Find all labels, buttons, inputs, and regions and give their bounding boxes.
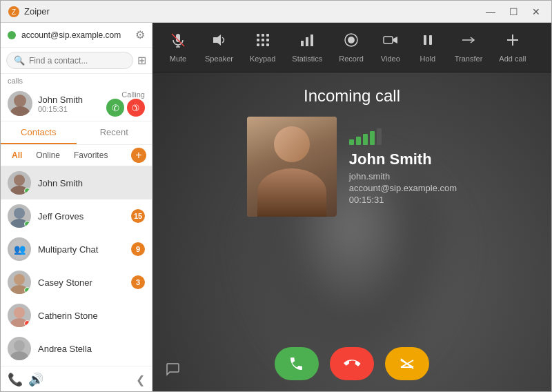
video-icon bbox=[383, 32, 398, 52]
signal-bar-2 bbox=[356, 137, 361, 145]
call-avatar bbox=[8, 91, 32, 116]
signal-bars bbox=[349, 128, 457, 145]
keypad-icon bbox=[255, 32, 270, 52]
svg-rect-41 bbox=[429, 35, 432, 45]
app-title: Zoiper bbox=[24, 6, 482, 17]
search-input[interactable] bbox=[29, 56, 126, 66]
contact-name: Andrea Stella bbox=[38, 344, 145, 354]
contact-avatar-jeff-groves bbox=[8, 204, 31, 228]
maximize-button[interactable]: ☐ bbox=[505, 5, 522, 19]
call-status-text: Calling bbox=[106, 90, 145, 99]
account-name: account@sip.example.com bbox=[21, 30, 135, 40]
svg-rect-28 bbox=[262, 39, 264, 41]
chat-icon-bottom[interactable] bbox=[165, 362, 180, 380]
contact-item-john-smith[interactable]: John Smith bbox=[1, 166, 152, 199]
search-row: 🔍 ⊞ bbox=[1, 48, 152, 74]
mute-button[interactable]: Mute bbox=[159, 27, 197, 68]
video-button[interactable]: Video bbox=[372, 27, 409, 68]
minimize-button[interactable]: — bbox=[482, 5, 500, 19]
svg-point-6 bbox=[14, 208, 25, 219]
contact-item-marco-minneman[interactable]: Marco Minneman bbox=[1, 365, 152, 366]
svg-rect-32 bbox=[266, 43, 269, 46]
contact-name: John Smith bbox=[38, 178, 145, 188]
svg-rect-40 bbox=[424, 35, 426, 45]
contact-item-catherin-stone[interactable]: Catherin Stone bbox=[1, 299, 152, 332]
statistics-icon bbox=[299, 32, 315, 52]
active-call-item[interactable]: John Smith 00:15:31 Calling ✆ ✆ bbox=[1, 86, 152, 121]
settings-icon[interactable]: ⚙ bbox=[135, 28, 145, 41]
accept-call-button[interactable] bbox=[275, 347, 319, 380]
hold-button[interactable]: Hold bbox=[409, 27, 446, 68]
hold-icon bbox=[420, 32, 435, 52]
call-status-area: Calling ✆ ✆ bbox=[106, 90, 145, 117]
mute-icon bbox=[170, 32, 186, 52]
video-label: Video bbox=[381, 55, 400, 63]
contact-avatar-andrea bbox=[8, 337, 31, 360]
svg-rect-33 bbox=[301, 41, 304, 46]
call-time: 00:15:31 bbox=[38, 105, 106, 113]
tab-contacts[interactable]: Contacts bbox=[1, 121, 77, 144]
filter-all[interactable]: All bbox=[6, 148, 28, 162]
speaker-label: Speaker bbox=[205, 55, 233, 63]
svg-point-14 bbox=[14, 340, 25, 351]
svg-point-3 bbox=[10, 106, 30, 116]
contact-avatar-casey-stoner bbox=[8, 271, 31, 294]
caller-photo-inner bbox=[247, 117, 337, 217]
unread-badge: 3 bbox=[131, 275, 145, 289]
phone-icon[interactable]: 📞 bbox=[8, 372, 23, 387]
transfer-button[interactable]: Transfer bbox=[446, 27, 491, 68]
contact-avatar-john-smith bbox=[8, 171, 31, 195]
calls-label: calls bbox=[1, 74, 152, 86]
add-call-icon bbox=[505, 32, 520, 52]
search-icon: 🔍 bbox=[14, 55, 25, 66]
statistics-button[interactable]: Statistics bbox=[284, 27, 331, 68]
contact-item-multiparty-chat[interactable]: 👥 Multiparty Chat 9 bbox=[1, 233, 152, 266]
contact-item-jeff-groves[interactable]: Jeff Groves 15 bbox=[1, 199, 152, 233]
volume-icon[interactable]: 🔊 bbox=[28, 372, 43, 387]
decline-call-button[interactable] bbox=[330, 347, 374, 380]
transfer-label: Transfer bbox=[455, 55, 483, 63]
call-contact-name: John Smith bbox=[38, 95, 106, 105]
svg-rect-31 bbox=[262, 43, 264, 46]
grid-icon[interactable]: ⊞ bbox=[137, 54, 146, 67]
record-button[interactable]: Record bbox=[331, 27, 371, 68]
filter-online[interactable]: Online bbox=[30, 148, 66, 162]
keypad-label: Keypad bbox=[250, 55, 275, 63]
caller-duration: 00:15:31 bbox=[349, 195, 457, 205]
call-actions-bottom bbox=[152, 335, 551, 392]
sidebar: account@sip.example.com ⚙ 🔍 ⊞ calls bbox=[1, 23, 152, 392]
call-decline-button[interactable]: ✆ bbox=[124, 95, 149, 121]
svg-point-10 bbox=[14, 274, 25, 285]
tab-recent[interactable]: Recent bbox=[77, 121, 152, 144]
call-toolbar: Mute Speaker bbox=[152, 23, 551, 72]
add-filter-button[interactable]: + bbox=[131, 148, 146, 163]
close-button[interactable]: ✕ bbox=[528, 5, 544, 19]
svg-point-2 bbox=[14, 95, 26, 107]
collapse-button[interactable]: ❮ bbox=[136, 373, 145, 386]
record-icon bbox=[344, 32, 359, 52]
add-call-button[interactable]: Add call bbox=[491, 27, 534, 68]
calls-section: calls John Smith 00:15:31 Calling ✆ bbox=[1, 74, 152, 121]
filter-favorites[interactable]: Favorites bbox=[68, 148, 113, 162]
contact-name: Jeff Groves bbox=[38, 211, 131, 222]
caller-account: account@sip.example.com bbox=[349, 183, 457, 193]
mute-label: Mute bbox=[170, 55, 186, 63]
svg-rect-38 bbox=[384, 37, 393, 43]
incoming-call-label: Incoming call bbox=[304, 86, 400, 106]
contact-item-andrea-stella[interactable]: Andrea Stella bbox=[1, 332, 152, 365]
statistics-label: Statistics bbox=[292, 55, 322, 63]
signal-bar-5 bbox=[377, 128, 382, 145]
transfer-icon bbox=[461, 32, 476, 52]
call-accept-button[interactable]: ✆ bbox=[106, 99, 124, 117]
contact-name: Catherin Stone bbox=[38, 311, 145, 321]
mute-call-action-button[interactable] bbox=[385, 347, 429, 380]
speaker-button[interactable]: Speaker bbox=[197, 27, 241, 68]
contact-item-casey-stoner[interactable]: Casey Stoner 3 bbox=[1, 266, 152, 299]
title-bar: Z Zoiper — ☐ ✕ bbox=[1, 1, 551, 23]
caller-username: john.smith bbox=[349, 171, 457, 182]
record-label: Record bbox=[339, 55, 363, 63]
keypad-button[interactable]: Keypad bbox=[241, 27, 284, 68]
caller-card: John Smith john.smith account@sip.exampl… bbox=[247, 117, 457, 217]
svg-point-12 bbox=[14, 307, 25, 318]
online-status-dot bbox=[24, 188, 30, 194]
